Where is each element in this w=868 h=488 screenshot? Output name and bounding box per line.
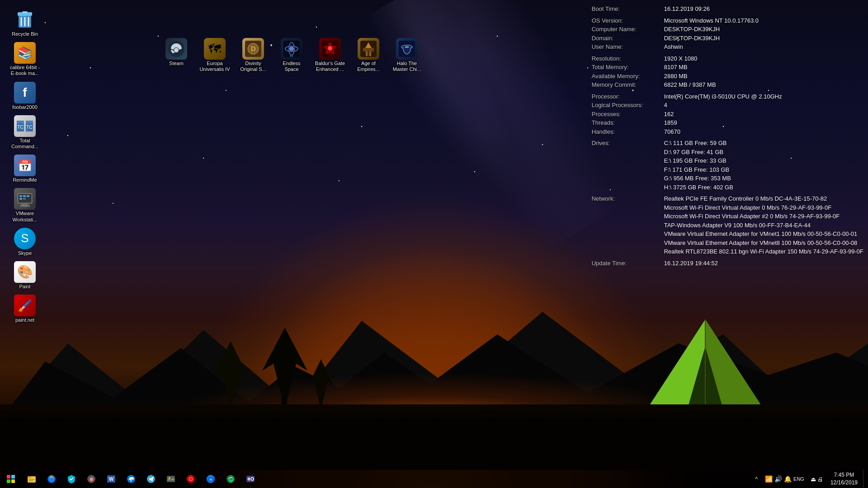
svg-point-43 bbox=[289, 47, 294, 51]
ground2 bbox=[0, 418, 868, 470]
taskbar-app4[interactable]: 🎯 bbox=[81, 470, 101, 488]
svg-text:ES: ES bbox=[290, 55, 293, 57]
taskbar-telegram[interactable] bbox=[141, 470, 161, 488]
threads-label: Threads: bbox=[592, 118, 664, 127]
svg-text:e: e bbox=[130, 479, 132, 483]
paintnet-icon: 🖌️ bbox=[14, 295, 36, 316]
desktop-icon-baldurs-gate[interactable]: Baldur's Gate Enhanced ... bbox=[312, 36, 348, 74]
divinity-label: Divinity Original S... bbox=[237, 61, 269, 72]
system-info-panel: Boot Time: 16.12.2019 09:26 OS Version: … bbox=[592, 5, 863, 270]
desktop-icon-vmware[interactable]: VMware VMware Workstati... bbox=[7, 186, 43, 224]
network-values: Realtek PCIe FE Family Controller 0 Mb/s… bbox=[664, 194, 863, 256]
action-center-icon[interactable]: 🔔 bbox=[784, 475, 792, 483]
system-tray: 📶 🔊 🔔 ENG bbox=[761, 475, 808, 483]
desktop-icon-endless-space[interactable]: ES Endless Space bbox=[274, 36, 310, 74]
taskbar-app9[interactable] bbox=[181, 470, 201, 488]
halo-label: Halo The Master Chi... bbox=[391, 61, 423, 72]
svg-rect-60 bbox=[28, 476, 31, 478]
calibre-label: calibre 64bit - E-book ma... bbox=[9, 65, 41, 76]
drives-values: C:\ 111 GB Free: 59 GBD:\ 97 GB Free: 41… bbox=[664, 139, 733, 192]
age-empires-icon bbox=[358, 38, 379, 60]
svg-rect-30 bbox=[19, 198, 22, 200]
taskbar-thunderbird[interactable]: ✉ bbox=[201, 470, 221, 488]
desktop-icon-calibre[interactable]: 📚 calibre 64bit - E-book ma... bbox=[7, 40, 43, 78]
divinity-icon: D bbox=[242, 38, 264, 60]
europa-label: Europa Universalis IV bbox=[198, 61, 231, 72]
age-empires-label: Age of Empires... bbox=[352, 61, 385, 72]
network-label: Network: bbox=[592, 194, 664, 256]
svg-rect-58 bbox=[11, 479, 15, 483]
foobar-icon: f bbox=[14, 82, 36, 103]
handles-label: Handles: bbox=[592, 127, 664, 136]
boot-time-value: 16.12.2019 09:26 bbox=[664, 5, 710, 14]
taskbar-edge[interactable] bbox=[221, 470, 241, 488]
resolution-value: 1920 X 1080 bbox=[664, 54, 698, 63]
desktop-icon-paint[interactable]: 🎨 Paint bbox=[7, 259, 43, 291]
baldurs-gate-icon bbox=[319, 38, 341, 60]
network-tray-icon[interactable]: 📶 bbox=[765, 475, 773, 483]
desktop-icon-europa[interactable]: 🗺 Europa Universalis IV bbox=[197, 36, 233, 74]
steam-icon bbox=[165, 38, 187, 60]
endless-space-label: Endless Space bbox=[275, 61, 308, 72]
svg-marker-2 bbox=[212, 341, 249, 409]
desktop-icon-halo[interactable]: Halo The Master Chi... bbox=[389, 36, 425, 74]
taskbar-edge-legacy[interactable]: e bbox=[121, 470, 141, 488]
svg-rect-61 bbox=[28, 479, 35, 480]
clock[interactable]: 7:45 PM 12/16/2019 bbox=[826, 470, 862, 488]
desktop-icon-skype[interactable]: S Skype bbox=[7, 226, 43, 258]
user-name-label: User Name: bbox=[592, 42, 664, 52]
available-memory-label: Available Memory: bbox=[592, 72, 664, 81]
desktop-icon-recycle-bin[interactable]: Recycle Bin bbox=[7, 7, 43, 39]
svg-point-36 bbox=[174, 48, 179, 52]
foobar-label: foobar2000 bbox=[12, 104, 38, 110]
show-hidden-icons[interactable]: ^ bbox=[752, 476, 760, 482]
onedrive-icon[interactable]: ⏏ bbox=[811, 476, 816, 483]
volume-tray-icon[interactable]: 🔊 bbox=[774, 475, 782, 483]
taskbar: 🎯 W e bbox=[0, 470, 868, 488]
svg-text:🎯: 🎯 bbox=[89, 477, 94, 482]
desktop-icon-steam[interactable]: Steam bbox=[158, 36, 194, 68]
domain-value: DESKTOP-DK39KJH bbox=[664, 34, 720, 43]
desktop-icon-total-commander[interactable]: TC TC Total Command... bbox=[7, 113, 43, 151]
language-indicator[interactable]: ENG bbox=[793, 476, 804, 482]
taskbar-windows-security[interactable] bbox=[61, 470, 81, 488]
processes-value: 162 bbox=[664, 110, 674, 119]
os-version-label: OS Version: bbox=[592, 16, 664, 25]
desktop-icon-age-empires[interactable]: Age of Empires... bbox=[350, 36, 387, 74]
endless-space-icon: ES bbox=[281, 38, 302, 60]
processes-label: Processes: bbox=[592, 110, 664, 119]
svg-rect-55 bbox=[7, 475, 10, 479]
europa-icon: 🗺 bbox=[204, 38, 226, 60]
available-memory-value: 2880 MB bbox=[664, 72, 688, 81]
halo-icon bbox=[396, 38, 418, 60]
taskbar-photos[interactable] bbox=[161, 470, 181, 488]
taskbar-firefox[interactable] bbox=[42, 470, 61, 488]
threads-value: 1859 bbox=[664, 118, 677, 127]
svg-rect-15 bbox=[22, 11, 28, 13]
taskbar-pinned-icons: 🎯 W e bbox=[22, 470, 260, 488]
svg-point-46 bbox=[328, 46, 332, 51]
resolution-label: Resolution: bbox=[592, 54, 664, 63]
taskbar-word[interactable]: W bbox=[101, 470, 121, 488]
total-commander-label: Total Command... bbox=[9, 138, 41, 150]
taskbar-file-explorer[interactable] bbox=[22, 470, 42, 488]
paint-label: Paint bbox=[19, 284, 30, 290]
desktop-icon-paintnet[interactable]: 🖌️ paint.net bbox=[7, 293, 43, 325]
taskbar-app12[interactable] bbox=[241, 470, 260, 488]
svg-text:TC: TC bbox=[26, 125, 32, 130]
drives-label: Drives: bbox=[592, 139, 664, 192]
print-icon[interactable]: 🖨 bbox=[817, 476, 823, 483]
svg-rect-28 bbox=[23, 195, 26, 197]
vmware-icon: VMware bbox=[14, 188, 36, 210]
svg-text:W: W bbox=[109, 476, 114, 482]
desktop-icon-foobar[interactable]: f foobar2000 bbox=[7, 80, 43, 112]
svg-rect-27 bbox=[19, 195, 22, 197]
show-desktop-button[interactable] bbox=[863, 470, 866, 488]
desktop-icon-remindme[interactable]: 📅 RemindMe bbox=[7, 153, 43, 185]
game-icons: Steam 🗺 Europa Universalis IV D Divinity… bbox=[158, 36, 425, 74]
os-version-value: Microsoft Windows NT 10.0.17763.0 bbox=[664, 16, 759, 25]
start-button[interactable] bbox=[0, 470, 22, 488]
desktop-icon-divinity[interactable]: D Divinity Original S... bbox=[235, 36, 271, 74]
svg-point-75 bbox=[190, 478, 192, 480]
recycle-bin-icon bbox=[14, 9, 36, 30]
